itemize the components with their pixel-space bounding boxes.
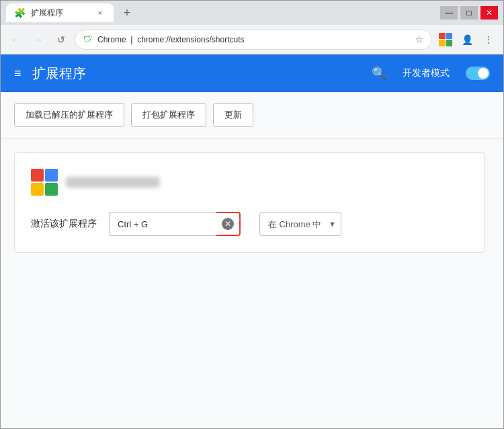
google-apps-icon[interactable] bbox=[436, 30, 455, 49]
url-prefix: Chrome | chrome://extensions/shortcuts bbox=[97, 35, 410, 44]
menu-icon[interactable]: ⋮ bbox=[479, 30, 498, 49]
addressbar: ← → ↺ 🛡 Chrome | chrome://extensions/sho… bbox=[1, 25, 503, 54]
extensions-content: 激活该扩展程序 Ctrl + G ✕ 在 Chrome bbox=[1, 139, 503, 428]
address-bar-input[interactable]: 🛡 Chrome | chrome://extensions/shortcuts… bbox=[75, 30, 432, 50]
titlebar: 🧩 扩展程序 × + — □ ✕ bbox=[1, 1, 503, 25]
update-button[interactable]: 更新 bbox=[213, 103, 253, 127]
tab-title: 扩展程序 bbox=[31, 7, 89, 19]
logo-red bbox=[31, 169, 44, 182]
toggle-knob bbox=[478, 68, 489, 79]
extension-card: 激活该扩展程序 Ctrl + G ✕ 在 Chrome bbox=[14, 152, 485, 253]
hamburger-icon[interactable]: ≡ bbox=[14, 67, 22, 81]
forward-button[interactable]: → bbox=[29, 30, 48, 49]
new-tab-button[interactable]: + bbox=[118, 3, 136, 22]
browser-window: 🧩 扩展程序 × + — □ ✕ ← → ↺ 🛡 Chrome | chrome… bbox=[0, 0, 504, 429]
maximize-button[interactable]: □ bbox=[460, 6, 478, 20]
scope-wrapper: 在 Chrome 中 全局 ▼ bbox=[251, 212, 341, 236]
load-unpacked-button[interactable]: 加载已解压的扩展程序 bbox=[14, 103, 124, 127]
window-controls: — □ ✕ bbox=[440, 6, 498, 20]
back-icon: ← bbox=[11, 34, 20, 45]
bookmark-icon[interactable]: ☆ bbox=[415, 34, 423, 44]
logo-green bbox=[45, 183, 58, 196]
active-tab[interactable]: 🧩 扩展程序 × bbox=[6, 3, 114, 22]
shield-icon: 🛡 bbox=[83, 34, 92, 44]
logo-blue bbox=[45, 169, 58, 182]
shortcut-row: 激活该扩展程序 Ctrl + G ✕ 在 Chrome bbox=[31, 212, 468, 236]
tab-extension-icon: 🧩 bbox=[14, 7, 26, 18]
dev-mode-toggle[interactable] bbox=[466, 67, 490, 80]
extension-name bbox=[66, 177, 160, 188]
minimize-button[interactable]: — bbox=[440, 6, 458, 20]
browser-content: ≡ 扩展程序 🔍 开发者模式 加载已解压的扩展程序 打包扩展程序 更新 bbox=[1, 54, 503, 428]
extensions-header: ≡ 扩展程序 🔍 开发者模式 bbox=[1, 54, 503, 92]
scope-select[interactable]: 在 Chrome 中 全局 bbox=[259, 212, 341, 236]
search-button[interactable]: 🔍 bbox=[372, 66, 386, 81]
close-button[interactable]: ✕ bbox=[480, 6, 498, 20]
shortcut-clear-button[interactable]: ✕ bbox=[216, 212, 241, 236]
logo-yellow bbox=[31, 183, 44, 196]
toolbar-icons: 👤 ⋮ bbox=[436, 30, 498, 49]
clear-icon: ✕ bbox=[222, 218, 234, 230]
back-button[interactable]: ← bbox=[6, 30, 25, 49]
page-title: 扩展程序 bbox=[32, 65, 86, 83]
extension-toolbar: 加载已解压的扩展程序 打包扩展程序 更新 bbox=[1, 92, 503, 139]
extension-card-header bbox=[31, 169, 468, 196]
tab-close-button[interactable]: × bbox=[95, 7, 106, 18]
shortcut-input-wrapper: Ctrl + G ✕ bbox=[109, 212, 241, 236]
shortcut-label: 激活该扩展程序 bbox=[31, 218, 98, 230]
extension-logo bbox=[31, 169, 58, 196]
profile-icon[interactable]: 👤 bbox=[458, 30, 476, 49]
pack-extension-button[interactable]: 打包扩展程序 bbox=[131, 103, 206, 127]
reload-button[interactable]: ↺ bbox=[52, 30, 71, 49]
reload-icon: ↺ bbox=[57, 34, 65, 45]
shortcut-input[interactable]: Ctrl + G bbox=[109, 212, 216, 236]
dev-mode-label: 开发者模式 bbox=[403, 67, 450, 79]
forward-icon: → bbox=[34, 34, 43, 45]
